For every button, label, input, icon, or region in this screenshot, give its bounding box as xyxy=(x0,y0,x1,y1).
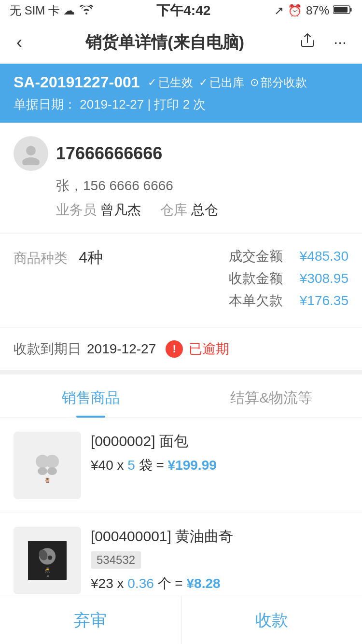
product-info-1: [0000002] 面包 ¥40 x 5 袋 = ¥199.99 xyxy=(91,432,348,475)
status-partial-label: 部分收款 xyxy=(261,75,307,90)
product-name-1: [0000002] 面包 xyxy=(91,432,348,451)
equals-sign-1: = xyxy=(156,458,167,473)
date-label: 单据日期： xyxy=(14,97,76,112)
svg-rect-1 xyxy=(350,8,351,12)
svg-point-7 xyxy=(38,467,47,475)
status-left: 无 SIM 卡 ☁ xyxy=(10,3,93,18)
warehouse-label: 仓库 xyxy=(160,201,187,219)
tab-settlement[interactable]: 结算&物流等 xyxy=(181,375,362,418)
check-icon-2: ✓ xyxy=(199,76,208,89)
status-right: ↗ ⏰ 87% xyxy=(274,4,352,17)
stats-right: 成交金额 ¥485.30 收款金额 ¥308.95 本单欠款 ¥176.35 xyxy=(229,247,348,314)
status-shipped: ✓ 已出库 xyxy=(199,75,244,90)
multiply-sign-2: x xyxy=(117,576,128,591)
print-count: 2 xyxy=(183,97,190,112)
product-list: 🦉 [0000002] 面包 ¥40 x 5 袋 = ¥199.99 xyxy=(0,418,362,608)
order-id: SA-20191227-001 xyxy=(14,73,140,91)
payment-label: 收款金额 xyxy=(229,269,283,288)
product-code-1: [0000002] xyxy=(91,433,155,449)
tab-products[interactable]: 销售商品 xyxy=(0,375,181,418)
status-partial: ⊙ 部分收款 xyxy=(250,75,307,90)
total-1: ¥199.99 xyxy=(168,458,217,473)
avatar xyxy=(14,136,48,171)
due-date: 2019-12-27 xyxy=(87,341,156,357)
order-date: 2019-12-27 xyxy=(80,97,144,112)
svg-point-4 xyxy=(22,157,40,165)
amount-label: 成交金额 xyxy=(229,247,283,266)
debt-row: 本单欠款 ¥176.35 xyxy=(229,292,348,310)
product-price-2: ¥23 x 0.36 个 = ¥8.28 xyxy=(91,574,348,593)
bottom-bar: 弃审 收款 xyxy=(0,596,362,644)
payment-value: ¥308.95 xyxy=(291,271,348,286)
svg-text:◀: ◀ xyxy=(46,574,49,577)
list-item: 🦉 [0000002] 面包 ¥40 x 5 袋 = ¥199.99 xyxy=(0,418,362,513)
salesman-item: 业务员 曾凡杰 xyxy=(56,201,141,219)
amount-row: 成交金额 ¥485.30 xyxy=(229,247,348,266)
status-effected: ✓ 已生效 xyxy=(148,75,193,90)
svg-text:🦉: 🦉 xyxy=(44,477,51,483)
wifi-icon xyxy=(80,4,93,17)
page-title: 销货单详情(来自电脑) xyxy=(35,31,295,54)
product-batch: 534532 xyxy=(91,551,141,569)
sim-label: 无 SIM 卡 ☁ xyxy=(10,3,75,18)
customer-section: 17666666666 张，156 6666 6666 业务员 曾凡杰 仓库 总… xyxy=(0,123,362,233)
back-button[interactable]: ‹ xyxy=(12,28,27,57)
category-label: 商品种类 xyxy=(14,251,68,266)
svg-point-13 xyxy=(48,556,52,560)
tabs: 销售商品 结算&物流等 xyxy=(0,375,362,418)
customer-row: 17666666666 xyxy=(14,136,348,171)
svg-point-8 xyxy=(47,467,57,475)
status-tags: ✓ 已生效 ✓ 已出库 ⊙ 部分收款 xyxy=(148,75,307,90)
status-shipped-label: 已出库 xyxy=(209,75,244,90)
unit-price-1: ¥40 xyxy=(91,458,113,473)
salesman-label: 业务员 xyxy=(56,201,97,219)
unit-2: 个 xyxy=(158,576,171,591)
more-button[interactable]: ··· xyxy=(330,29,350,55)
cancel-label: 弃审 xyxy=(74,609,107,631)
salesman-name: 曾凡杰 xyxy=(100,201,141,219)
overdue-text: 已逾期 xyxy=(189,340,229,358)
equals-sign-2: = xyxy=(175,576,186,591)
confirm-button[interactable]: 收款 xyxy=(181,596,362,644)
svg-point-6 xyxy=(45,455,59,468)
product-title-2: 黄油曲奇 xyxy=(175,528,233,544)
category-count: 4种 xyxy=(79,249,103,266)
customer-detail: 张，156 6666 6666 xyxy=(56,177,348,195)
product-price-1: ¥40 x 5 袋 = ¥199.99 xyxy=(91,456,348,475)
product-name-2: [000400001] 黄油曲奇 xyxy=(91,527,348,546)
product-image-2: 🥷 ◀ xyxy=(14,527,81,594)
share-button[interactable] xyxy=(295,28,320,57)
nav-actions: ··· xyxy=(295,28,350,57)
unit-1: 袋 xyxy=(139,458,153,473)
svg-text:🥷: 🥷 xyxy=(44,567,51,573)
product-code-2: [000400001] xyxy=(91,528,171,544)
debt-value: ¥176.35 xyxy=(291,293,348,308)
unit-price-2: ¥23 xyxy=(91,576,113,591)
category-row: 商品种类 4种 xyxy=(14,247,103,268)
svg-rect-2 xyxy=(334,7,348,13)
battery-icon xyxy=(333,4,352,17)
clock-icon: ⊙ xyxy=(250,76,259,89)
status-bar: 无 SIM 卡 ☁ 下午4:42 ↗ ⏰ 87% xyxy=(0,0,362,21)
nav-bar: ‹ 销货单详情(来自电脑) ··· xyxy=(0,21,362,64)
check-icon-1: ✓ xyxy=(148,76,156,89)
quantity-1: 5 xyxy=(127,458,135,473)
battery-level: 87% xyxy=(306,4,329,17)
alarm-icon: ⏰ xyxy=(288,4,302,17)
svg-point-3 xyxy=(26,146,36,155)
product-image-1: 🦉 xyxy=(14,432,81,499)
print-suffix: 次 xyxy=(193,97,206,112)
quantity-2: 0.36 xyxy=(127,576,154,591)
print-label: | 打印 xyxy=(147,97,179,112)
warehouse-name: 总仓 xyxy=(191,201,218,219)
cancel-button[interactable]: 弃审 xyxy=(0,596,181,644)
confirm-label: 收款 xyxy=(255,609,288,631)
tab-products-label: 销售商品 xyxy=(62,390,120,406)
due-section: 收款到期日 2019-12-27 ! 已逾期 xyxy=(0,328,362,374)
customer-meta: 业务员 曾凡杰 仓库 总仓 xyxy=(56,201,348,219)
amount-value: ¥485.30 xyxy=(291,249,348,264)
location-icon: ↗ xyxy=(274,4,284,17)
list-item: 🥷 ◀ [000400001] 黄油曲奇 534532 ¥23 x 0.36 个… xyxy=(0,513,362,608)
blue-header: SA-20191227-001 ✓ 已生效 ✓ 已出库 ⊙ 部分收款 单据日期：… xyxy=(0,64,362,123)
overdue-icon: ! xyxy=(166,340,183,358)
